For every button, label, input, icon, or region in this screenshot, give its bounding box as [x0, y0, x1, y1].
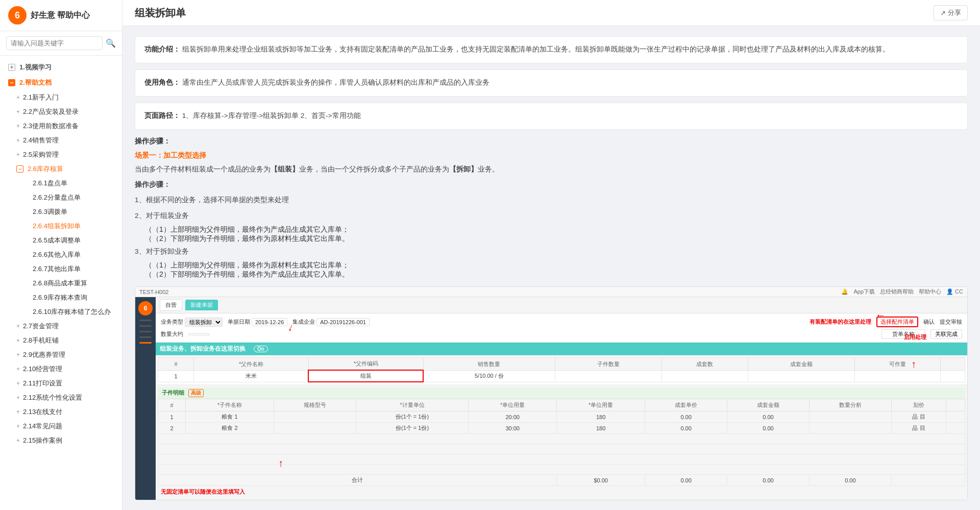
logo-icon: 6 [8, 6, 27, 25]
disassemble-step2: （2）下部明细为子件明细，最终作为产成品生成其它入库单。 [145, 270, 968, 279]
screenshot-block: TEST-H002 🔔 App下载 总经销商帮助 帮助中心 👤 CC 6 [135, 286, 968, 500]
content-area: 功能介绍： 组装拆卸单用来处理企业组装或拆卸等加工业务，支持有固定装配清单的产品… [122, 26, 980, 510]
nav-tree: + 1.视频学习 − 2.帮助文档 +2.1新手入门 +2.2产品安装及登录 +… [0, 56, 122, 510]
sidebar-item-newuser[interactable]: +2.1新手入门 [12, 90, 122, 105]
sidebar-label: 2.帮助文档 [19, 78, 52, 87]
sidebar-item-docs[interactable]: − 2.帮助文档 [0, 75, 122, 90]
mock-main: 自营 新建单据 业务类型 组装拆卸 [156, 297, 967, 500]
sidebar-sub-docs: +2.1新手入门 +2.2产品安装及登录 +2.3使用前数据准备 +2.4销售管… [0, 90, 122, 448]
sidebar-item-stock[interactable]: −2.6库存核算 [12, 162, 122, 176]
logo-text: 好生意 帮助中心 [31, 10, 90, 21]
mock-sidebar: 6 [135, 297, 156, 500]
mock-form-row2: 数量大约 货单名称 关联完成 [161, 329, 962, 339]
share-icon: ↗ [940, 9, 946, 17]
mock-section-header: 组装业务、拆卸业务在这里切换 On [156, 343, 967, 355]
scenario1-desc: 当由多个子件材料组装成一个成品的业务为【组装】业务，当由一个父件拆分成多个子产品… [135, 163, 968, 176]
sidebar-item-faq[interactable]: +2.14常见问题 [12, 419, 122, 433]
sidebar-item-print[interactable]: +2.11打印设置 [12, 376, 122, 391]
annot-nofixed: 无固定清单可以随便在这里填写入 [158, 486, 965, 498]
share-button[interactable]: ↗ 分享 [934, 5, 968, 20]
assemble-steps: （1）上部明细为父件明细，最终作为产成品生成其它入库单； （2）下部明细为子件明… [145, 225, 968, 244]
sidebar-item-costrecalc[interactable]: 2.6.8商品成本重算 [29, 276, 122, 290]
mock-layout: 6 自营 新建单据 [135, 297, 967, 500]
sidebar-item-cases[interactable]: +2.15操作案例 [12, 433, 122, 448]
sidebar-item-otheroutstock[interactable]: 2.6.7其他出库单 [29, 262, 122, 276]
sidebar-item-otherinstock[interactable]: 2.6.6其他入库单 [29, 248, 122, 262]
mock-upper-table: # *父件名称 *父件编码 销售数量 子件数量 成套数 成套金额 可作量 [156, 355, 967, 384]
mock-lower-header: 子件明细 高级 [158, 387, 965, 399]
sidebar-item-prepare[interactable]: +2.3使用前数据准备 [12, 119, 122, 133]
sidebar-item-transfer[interactable]: 2.6.3调拨单 [29, 205, 122, 219]
assemble-step1: （1）上部明细为父件明细，最终作为产成品生成其它入库单； [145, 225, 968, 234]
disassemble-steps: （1）上部明细为父件明细，最终作为原材料生成其它出库单； （2）下部明细为子件明… [145, 261, 968, 279]
sidebar-item-sales[interactable]: +2.4销售管理 [12, 133, 122, 148]
mock-form-row: 业务类型 组装拆卸 单据日期 2019-12-26 [161, 317, 962, 327]
sidebar-item-install[interactable]: +2.2产品安装及登录 [12, 105, 122, 119]
annot-enable: 启用处理 [904, 333, 926, 341]
expand-icon: + [8, 64, 15, 71]
sidebar-item-stocktake[interactable]: 2.6.1盘点单 [29, 176, 122, 190]
ops-steps-title: 操作步骤： [135, 179, 968, 191]
top-bar: 组装拆卸单 ↗ 分享 [122, 0, 980, 26]
sidebar-item-ops[interactable]: +2.10经营管理 [12, 362, 122, 376]
sidebar-item-partstocktake[interactable]: 2.6.2分量盘点单 [29, 190, 122, 205]
search-input[interactable] [6, 36, 103, 50]
sidebar-label: 1.视频学习 [19, 63, 52, 72]
search-area: 🔍 [0, 31, 122, 56]
sidebar-item-customize[interactable]: +2.12系统个性化设置 [12, 391, 122, 405]
assemble-step2: （2）下部明细为子件明细，最终作为原材料生成其它出库单。 [145, 234, 968, 244]
sidebar-sub-stock: 2.6.1盘点单 2.6.2分量盘点单 2.6.3调拨单 2.6.4组装拆卸单 … [12, 176, 122, 319]
step2: 2、对于组装业务 [135, 210, 968, 222]
scenario1-title: 场景一：加工类型选择 [135, 151, 968, 160]
mock-status-bar: TEST-H002 🔔 App下载 总经销商帮助 帮助中心 👤 CC [135, 287, 967, 297]
mock-tab-assembly[interactable]: 新建单据 [185, 300, 218, 310]
func-intro-label: 功能介绍： [144, 45, 180, 53]
sidebar-item-stockfix[interactable]: 2.6.10库存账本错了怎么办 [29, 305, 122, 319]
sidebar-item-assembly[interactable]: 2.6.4组装拆卸单 [29, 219, 122, 233]
path-text: 1、库存核算->库存管理->组装拆卸单 2、首页->常用功能 [182, 112, 361, 119]
step1: 1、根据不同的业务，选择不同单据的类型来处理 [135, 194, 968, 206]
mock-table-upper: # *父件名称 *父件编码 销售数量 子件数量 成套数 成套金额 可作量 [158, 357, 965, 382]
step3: 3、对于拆卸业务 [135, 246, 968, 258]
mock-search-btn[interactable]: 关联完成 [930, 329, 962, 339]
mock-lower-section: 子件明细 高级 # *子件名称 规格型号 *计量单位 [156, 385, 967, 500]
page-title: 组装拆卸单 [135, 6, 186, 20]
sidebar-item-coupon[interactable]: +2.9优惠券管理 [12, 348, 122, 362]
sidebar-item-stockquery[interactable]: 2.6.9库存账本查询 [29, 290, 122, 305]
ops-title: 操作步骤： [135, 137, 968, 146]
expand-icon: − [8, 79, 15, 86]
mock-section-container: 组装业务、拆卸业务在这里切换 On 启用处理 [156, 343, 967, 355]
sidebar-item-purchase[interactable]: +2.5采购管理 [12, 148, 122, 162]
sidebar-item-finance[interactable]: +2.7资金管理 [12, 319, 122, 333]
sidebar: 6 好生意 帮助中心 🔍 + 1.视频学习 − 2.帮助文档 +2.1新手入门 … [0, 0, 122, 510]
mock-type-select[interactable]: 组装拆卸 [185, 318, 223, 327]
role-label: 使用角色： [144, 79, 180, 86]
func-intro-text: 组装拆卸单用来处理企业组装或拆卸等加工业务，支持有固定装配清单的产品加工业务，也… [182, 45, 890, 53]
mock-bom-btn[interactable]: 选择配件清单 [876, 317, 918, 327]
mock-form: 业务类型 组装拆卸 单据日期 2019-12-26 [156, 313, 967, 343]
disassemble-step1: （1）上部明细为父件明细，最终作为原材料生成其它出库单； [145, 261, 968, 270]
path-label: 页面路径： [144, 112, 180, 119]
func-intro-block: 功能介绍： 组装拆卸单用来处理企业组装或拆卸等加工业务，支持有固定装配清单的产品… [135, 36, 968, 63]
logo-area: 6 好生意 帮助中心 [0, 0, 122, 31]
sidebar-item-costadjust[interactable]: 2.6.5成本调整单 [29, 233, 122, 248]
mock-tabs: 自营 新建单据 [156, 297, 967, 313]
sidebar-item-video[interactable]: + 1.视频学习 [0, 60, 122, 75]
path-block: 页面路径： 1、库存核算->库存管理->组装拆卸单 2、首页->常用功能 [135, 103, 968, 130]
sidebar-item-mobile[interactable]: +2.8手机旺铺 [12, 333, 122, 348]
mock-table-lower: # *子件名称 规格型号 *计量单位 *单位用量 *单位用量 成套单价 成套金额 [158, 399, 965, 486]
sidebar-item-payment[interactable]: +2.13在线支付 [12, 405, 122, 419]
mock-tab-home[interactable]: 自营 [160, 299, 182, 311]
role-text: 通常由生产人员或库管人员完成拆装业务的操作，库管人员确认原材料的出库和产成品的入… [182, 79, 489, 86]
main-content: 组装拆卸单 ↗ 分享 功能介绍： 组装拆卸单用来处理企业组装或拆卸等加工业务，支… [122, 0, 980, 510]
search-icon[interactable]: 🔍 [106, 38, 116, 48]
role-block: 使用角色： 通常由生产人员或库管人员完成拆装业务的操作，库管人员确认原材料的出库… [135, 69, 968, 96]
